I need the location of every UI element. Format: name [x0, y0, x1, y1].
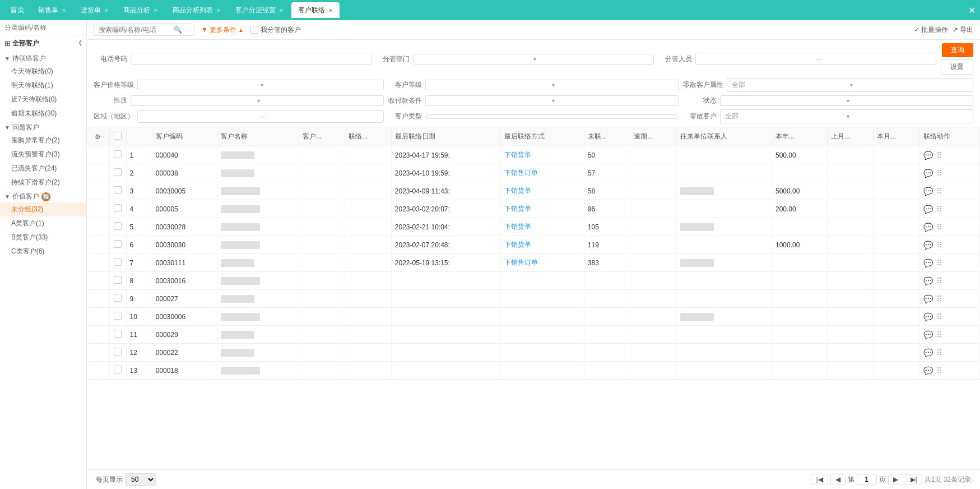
- pending-group[interactable]: ▼ 待联络客户: [0, 52, 86, 64]
- row-last-contact-way[interactable]: [500, 362, 584, 380]
- my-customers-check[interactable]: [250, 26, 258, 34]
- more-conditions-btn[interactable]: ▼ 更多条件 ▲: [201, 25, 244, 35]
- more-action-icon[interactable]: ⠿: [936, 330, 942, 339]
- contact-column-header[interactable]: 联络...: [345, 127, 391, 146]
- query-button[interactable]: 查询: [942, 43, 973, 57]
- sidebar-item-today-pending[interactable]: 今天待联络(0): [0, 64, 86, 79]
- contact-action-icon[interactable]: 💬: [923, 348, 933, 357]
- code-column-header[interactable]: 客户编码: [152, 127, 217, 146]
- more-action-icon[interactable]: ⠿: [936, 294, 942, 303]
- close-tab-analysis-list[interactable]: ✕: [216, 7, 221, 13]
- row-last-contact-way[interactable]: [500, 326, 584, 344]
- not-contacted-column-header[interactable]: 未联...: [584, 127, 630, 146]
- close-tab-analysis[interactable]: ✕: [154, 7, 158, 13]
- reset-button[interactable]: 设置: [941, 59, 973, 75]
- nav-tab-purchase[interactable]: 进货单 ✕: [74, 2, 115, 18]
- contact-action-icon[interactable]: 💬: [923, 187, 933, 196]
- close-tab-customer-contact[interactable]: ✕: [328, 7, 333, 13]
- contact-action-icon[interactable]: 💬: [923, 223, 933, 232]
- more-action-icon[interactable]: ⠿: [936, 259, 942, 267]
- row-checkbox[interactable]: [109, 344, 126, 362]
- contact-action-icon[interactable]: 💬: [923, 366, 933, 375]
- nav-tab-sales[interactable]: 销售单 ✕: [31, 2, 73, 18]
- window-close-icon[interactable]: ✕: [968, 5, 976, 16]
- row-last-contact-way[interactable]: [500, 272, 584, 290]
- row-last-contact-way[interactable]: 下销货单: [500, 200, 584, 218]
- close-tab-purchase[interactable]: ✕: [104, 7, 109, 13]
- payment-select[interactable]: ▾: [425, 95, 679, 106]
- customer-type-column-header[interactable]: 客户...: [299, 127, 345, 146]
- close-tab-sales[interactable]: ✕: [62, 7, 66, 13]
- contact-action-icon[interactable]: 💬: [923, 259, 933, 267]
- my-customers-checkbox[interactable]: 我分管的客户: [250, 25, 301, 35]
- nature-select[interactable]: ▾: [131, 95, 384, 106]
- row-last-contact-way[interactable]: [500, 308, 584, 326]
- problem-group[interactable]: ▼ 问题客户: [0, 121, 86, 133]
- more-action-icon[interactable]: ⠿: [936, 241, 942, 250]
- all-customers-header[interactable]: ⊞ 全部客户 《: [0, 35, 86, 52]
- partner-contact-column-header[interactable]: 往来单位联系人: [676, 127, 772, 146]
- row-checkbox[interactable]: [109, 182, 126, 200]
- nav-tab-analysis[interactable]: 商品分析 ✕: [117, 2, 165, 18]
- staff-more-icon[interactable]: ···: [814, 55, 931, 63]
- search-icon[interactable]: 🔍: [174, 26, 182, 34]
- sidebar-search-input[interactable]: [4, 24, 87, 31]
- row-checkbox[interactable]: [109, 146, 126, 164]
- contact-action-icon[interactable]: 💬: [923, 169, 933, 178]
- sidebar-item-class-a[interactable]: A类客户(1): [0, 216, 86, 230]
- sidebar-item-declining[interactable]: 持续下滑客户(2): [0, 176, 86, 190]
- row-checkbox[interactable]: [109, 164, 126, 182]
- row-checkbox[interactable]: [109, 272, 126, 290]
- overdue-column-header[interactable]: 逾期...: [630, 127, 676, 146]
- status-select[interactable]: ▾: [720, 95, 973, 106]
- retail-attr-select[interactable]: 全部 ▾: [727, 78, 973, 92]
- batch-operation-btn[interactable]: ✓ 批量操作: [914, 25, 948, 35]
- retail-customer-select[interactable]: 全部 ▾: [720, 109, 973, 123]
- more-action-icon[interactable]: ⠿: [936, 169, 942, 178]
- row-last-contact-way[interactable]: [500, 290, 584, 308]
- row-checkbox[interactable]: [109, 362, 126, 380]
- collapse-icon[interactable]: 《: [75, 39, 82, 48]
- contact-action-icon[interactable]: 💬: [923, 151, 933, 160]
- price-level-select[interactable]: ▾: [137, 80, 384, 90]
- region-select[interactable]: ···: [137, 110, 384, 123]
- prev-page-btn[interactable]: ◀: [830, 474, 846, 485]
- name-column-header[interactable]: 客户名称: [217, 127, 299, 146]
- sidebar-item-class-b[interactable]: B类客户(33): [0, 230, 86, 245]
- export-btn[interactable]: ↗ 导出: [953, 25, 973, 35]
- more-action-icon[interactable]: ⠿: [936, 223, 942, 232]
- per-page-select[interactable]: 50 100 200: [125, 473, 156, 486]
- row-last-contact-way[interactable]: 下销货单: [500, 236, 584, 254]
- sidebar-item-tomorrow-pending[interactable]: 明天待联络(1): [0, 79, 86, 93]
- row-last-contact-way[interactable]: 下销售订单: [500, 254, 584, 272]
- settings-column-header[interactable]: ⚙: [87, 127, 109, 146]
- more-action-icon[interactable]: ⠿: [936, 366, 942, 375]
- row-checkbox[interactable]: [109, 254, 126, 272]
- more-action-icon[interactable]: ⠿: [936, 205, 942, 214]
- row-last-contact-way[interactable]: 下销货单: [500, 218, 584, 236]
- page-input[interactable]: [857, 474, 877, 485]
- sidebar-item-7days-pending[interactable]: 近7天待联络(0): [0, 93, 86, 107]
- close-tab-customer-seg[interactable]: ✕: [279, 7, 284, 13]
- contact-action-icon[interactable]: 💬: [923, 312, 933, 321]
- more-action-icon[interactable]: ⠿: [936, 151, 942, 160]
- last-page-btn[interactable]: ▶|: [905, 474, 922, 485]
- last-month-column-header[interactable]: 上月...: [827, 127, 873, 146]
- sidebar-item-abnormal[interactable]: 囤购异常客户(2): [0, 133, 86, 147]
- row-checkbox[interactable]: [109, 308, 126, 326]
- nav-tab-analysis-list[interactable]: 商品分析列表 ✕: [166, 2, 227, 18]
- row-checkbox[interactable]: [109, 200, 126, 218]
- contact-action-icon[interactable]: 💬: [923, 205, 933, 214]
- sidebar-item-churned[interactable]: 已流失客户(24): [0, 162, 86, 176]
- row-checkbox[interactable]: [109, 290, 126, 308]
- region-more-icon[interactable]: ···: [258, 113, 379, 121]
- row-checkbox[interactable]: [109, 218, 126, 236]
- contact-action-icon[interactable]: 💬: [923, 241, 933, 250]
- checkbox-column-header[interactable]: [109, 127, 126, 146]
- row-last-contact-way[interactable]: 下销货单: [500, 146, 584, 164]
- more-action-icon[interactable]: ⠿: [936, 348, 942, 357]
- more-action-icon[interactable]: ⠿: [936, 312, 942, 321]
- this-year-column-header[interactable]: 本年...: [772, 127, 827, 146]
- row-checkbox[interactable]: [109, 236, 126, 254]
- sidebar-item-overdue-pending[interactable]: 逾期未联络(30): [0, 107, 86, 121]
